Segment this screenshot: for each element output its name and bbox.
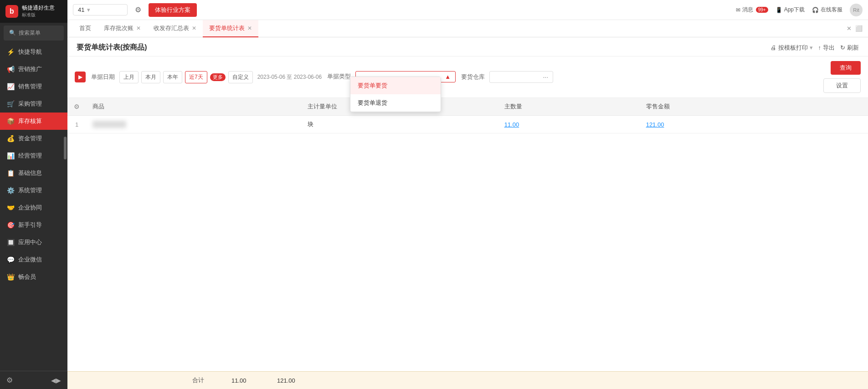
purchase-icon: 🛒: [6, 100, 15, 108]
sidebar-item-label: 企业协同: [18, 204, 42, 212]
print-btn[interactable]: 🖨 按模板打印 ▾: [770, 44, 813, 52]
sidebar-search[interactable]: 🔍 搜索菜单: [4, 26, 64, 41]
tab-summary[interactable]: 收发存汇总表 ✕: [147, 20, 203, 37]
sidebar-item-label: 新手引导: [18, 221, 42, 229]
sidebar-settings-icon[interactable]: ⚙: [6, 376, 13, 384]
warehouse-filter-value: [494, 73, 539, 80]
tab-order-stat-close[interactable]: ✕: [247, 25, 252, 31]
sidebar-item-appstore[interactable]: 🔲 应用中心: [0, 234, 67, 251]
data-table: ⚙ 商品 主计量单位 主数量 零售金额 1 ████████ 块: [67, 98, 868, 133]
sidebar-item-guide[interactable]: 🎯 新手引导: [0, 216, 67, 234]
print-label: 按模板打印: [778, 44, 808, 52]
sidebar-item-label: 快捷导航: [18, 48, 42, 56]
topbar-right: ✉ 消息 99+ 📱 App下载 🎧 在线客服 Rit: [736, 4, 863, 16]
message-btn[interactable]: ✉ 消息 99+: [736, 6, 768, 14]
topbar: 41 ▾ ⚙ 体验行业方案 ✉ 消息 99+ 📱 App下载 🎧 在线客服: [67, 0, 868, 20]
date-custom-btn[interactable]: 自定义: [228, 71, 253, 83]
member-icon: 👑: [6, 273, 15, 281]
tab-home[interactable]: 首页: [73, 20, 98, 37]
sidebar-item-purchase[interactable]: 🛒 采购管理: [0, 95, 67, 113]
sidebar-item-inventory[interactable]: 📦 库存核算: [0, 113, 67, 130]
qty-link[interactable]: 11.00: [504, 121, 519, 128]
refresh-btn[interactable]: ↻ 刷新: [840, 44, 859, 52]
app-icon: 📱: [776, 7, 782, 13]
tab-close-all-icon[interactable]: ✕: [847, 25, 852, 32]
filter-expand-btn[interactable]: ▶: [75, 72, 86, 82]
sidebar-item-label: 基础信息: [18, 169, 42, 177]
date-this-month-btn[interactable]: 本月: [141, 71, 160, 83]
tab-order-stat-label: 要货单统计表: [209, 24, 245, 32]
tabs-bar: 首页 库存批次账 ✕ 收发存汇总表 ✕ 要货单统计表 ✕ ✕ ⬜: [67, 20, 868, 37]
warehouse-filter-input[interactable]: ···: [489, 71, 553, 83]
cell-unit: 块: [301, 116, 498, 133]
sidebar-item-label: 系统管理: [18, 186, 42, 194]
tab-batch-label: 库存批次账: [104, 24, 134, 32]
col-qty: 主数量: [498, 98, 640, 116]
print-dropdown-icon: ▾: [810, 44, 813, 51]
sidebar-item-label: 企业微信: [18, 256, 42, 264]
sidebar-item-corp[interactable]: 🤝 企业协同: [0, 199, 67, 216]
query-btn[interactable]: 查询: [831, 61, 861, 75]
main-content: 41 ▾ ⚙ 体验行业方案 ✉ 消息 99+ 📱 App下载 🎧 在线客服: [67, 0, 868, 389]
sidebar-item-label: 畅会员: [18, 273, 36, 281]
sidebar-item-finance[interactable]: 💰 资金管理: [0, 130, 67, 147]
warehouse-filter-label: 要货仓库: [461, 73, 485, 81]
amount-link[interactable]: 121.00: [646, 121, 664, 128]
sidebar-item-label: 销售管理: [18, 82, 42, 91]
message-label: 消息: [742, 6, 753, 14]
date-more-badge[interactable]: 更多: [210, 73, 226, 81]
store-dropdown-icon: ▾: [87, 6, 90, 13]
sidebar-toggle-icon[interactable]: ◀▶: [51, 377, 61, 384]
sidebar-item-basic[interactable]: 📋 基础信息: [0, 164, 67, 182]
dropdown-item-order-return[interactable]: 要货单退货: [350, 94, 441, 112]
tab-summary-close[interactable]: ✕: [192, 25, 196, 31]
col-extra: [809, 98, 868, 116]
store-name: 41: [78, 6, 84, 13]
tabs-controls: ✕ ⬜: [847, 25, 863, 32]
product-name-blurred: ████████: [92, 121, 126, 128]
sidebar-item-member[interactable]: 👑 畅会员: [0, 268, 67, 286]
topbar-left: 41 ▾ ⚙ 体验行业方案: [73, 3, 730, 17]
topbar-settings-btn[interactable]: ⚙: [131, 3, 145, 17]
warehouse-more-btn[interactable]: ···: [543, 73, 548, 81]
sidebar-item-quicknav[interactable]: ⚡ 快捷导航: [0, 43, 67, 61]
cell-amount: 121.00: [640, 116, 809, 133]
table-settings-icon[interactable]: ⚙: [74, 103, 80, 110]
user-avatar[interactable]: Rit: [850, 4, 863, 16]
page-actions: 🖨 按模板打印 ▾ ↑ 导出 ↻ 刷新: [770, 44, 859, 52]
app-download-btn[interactable]: 📱 App下载: [776, 6, 805, 14]
tab-maximize-icon[interactable]: ⬜: [855, 25, 863, 32]
table-row: 1 ████████ 块 11.00 121.00: [67, 116, 868, 133]
user-name-display: Rit: [853, 7, 859, 13]
marketing-icon: 📢: [6, 65, 15, 73]
dropdown-item-order-goods[interactable]: 要货单要货: [350, 77, 441, 94]
sidebar-item-operation[interactable]: 📊 经营管理: [0, 147, 67, 164]
logo-icon: b: [5, 5, 18, 18]
cell-extra: [809, 116, 868, 133]
promo-button[interactable]: 体验行业方案: [149, 3, 197, 17]
store-selector[interactable]: 41 ▾: [73, 4, 128, 15]
sidebar-item-sales[interactable]: 📈 销售管理: [0, 78, 67, 95]
sidebar-item-system[interactable]: ⚙️ 系统管理: [0, 182, 67, 199]
tab-home-label: 首页: [79, 24, 91, 32]
set-btn[interactable]: 设置: [823, 78, 861, 93]
type-dropdown: 要货单要货 要货单退货: [350, 77, 441, 112]
sidebar-item-marketing[interactable]: 📢 营销推广: [0, 61, 67, 78]
footer-total-label: 合计: [74, 376, 204, 384]
sidebar-item-wechat[interactable]: 💬 企业微信: [0, 251, 67, 268]
refresh-label: 刷新: [847, 44, 859, 52]
date-last-month-btn[interactable]: 上月: [119, 71, 139, 83]
guide-icon: 🎯: [6, 221, 15, 229]
message-badge: 99+: [756, 7, 768, 13]
tab-order-stat[interactable]: 要货单统计表 ✕: [203, 20, 258, 37]
tab-summary-label: 收发存汇总表: [154, 24, 189, 32]
date-this-year-btn[interactable]: 本年: [163, 71, 182, 83]
export-btn[interactable]: ↑ 导出: [818, 44, 835, 52]
tab-batch-close[interactable]: ✕: [136, 25, 141, 31]
service-btn[interactable]: 🎧 在线客服: [812, 6, 842, 14]
col-product: 商品: [86, 98, 301, 116]
tab-batch[interactable]: 库存批次账 ✕: [98, 20, 147, 37]
date-7days-btn[interactable]: 近7天: [185, 71, 207, 83]
type-filter-label: 单据类型: [327, 72, 351, 81]
service-label: 在线客服: [821, 6, 842, 14]
